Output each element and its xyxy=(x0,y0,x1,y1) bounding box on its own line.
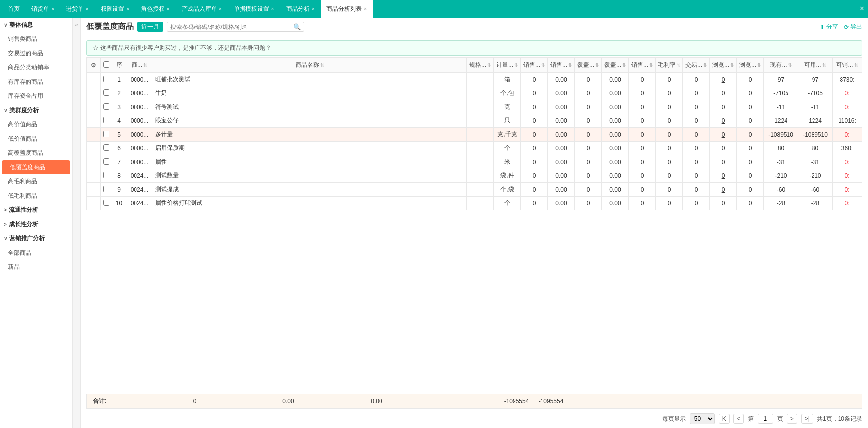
close-icon[interactable]: × xyxy=(85,6,88,12)
col-cover1[interactable]: 覆盖...⇅ xyxy=(575,58,602,73)
nav-tab-inventory[interactable]: 产成品入库单 × xyxy=(176,0,228,18)
settings-icon[interactable]: ⚙ xyxy=(91,62,96,69)
share-button[interactable]: ⬆ 分享 xyxy=(820,23,838,31)
period-button[interactable]: 近一月 xyxy=(137,22,163,32)
cell-browse1[interactable]: 0 xyxy=(710,100,737,114)
cell-trade: 0 xyxy=(683,73,710,86)
cell-checkbox[interactable] xyxy=(101,155,112,169)
sidebar-item-category-rate[interactable]: 商品分类动销率 xyxy=(0,60,72,75)
sidebar-section-marketing[interactable]: ∨ 营销推广分析 xyxy=(0,231,72,246)
col-code[interactable]: 商...⇅ xyxy=(126,58,153,73)
sidebar-item-stock-goods[interactable]: 有库存的商品 xyxy=(0,75,72,89)
cell-browse1[interactable]: 0 xyxy=(710,114,737,128)
nav-tab-permissions[interactable]: 权限设置 × xyxy=(95,0,135,18)
last-page-button[interactable]: >| xyxy=(801,414,813,424)
col-sales3[interactable]: 销售...⇅ xyxy=(629,58,656,73)
sidebar-item-high-margin[interactable]: 高毛利商品 xyxy=(0,174,72,189)
nav-tab-home[interactable]: 首页 xyxy=(2,0,26,18)
nav-tab-analysis[interactable]: 商品分析 × xyxy=(280,0,321,18)
col-browse2[interactable]: 浏览...⇅ xyxy=(737,58,764,73)
col-unit[interactable]: 计量...⇅ xyxy=(494,58,521,73)
close-icon[interactable]: × xyxy=(312,6,315,12)
cell-browse1[interactable]: 0 xyxy=(710,73,737,86)
col-trade[interactable]: 交易...⇅ xyxy=(683,58,710,73)
row-checkbox[interactable] xyxy=(103,144,109,151)
close-icon[interactable]: × xyxy=(219,6,222,12)
search-input[interactable] xyxy=(170,24,293,30)
close-icon[interactable]: × xyxy=(364,6,367,12)
cell-checkbox[interactable] xyxy=(101,100,112,114)
nav-tab-purchase[interactable]: 进货单 × xyxy=(60,0,94,18)
close-all-button[interactable]: × xyxy=(860,4,864,13)
sidebar-item-low-value[interactable]: 低价值商品 xyxy=(0,132,72,146)
col-saleable[interactable]: 可销...⇅ xyxy=(833,58,862,73)
next-page-button[interactable]: > xyxy=(787,414,797,424)
sidebar-item-high-coverage[interactable]: 高覆盖度商品 xyxy=(0,146,72,160)
col-browse1[interactable]: 浏览...⇅ xyxy=(710,58,737,73)
sidebar-item-sales-goods[interactable]: 销售类商品 xyxy=(0,32,72,46)
col-spec[interactable]: 规格...⇅ xyxy=(467,58,494,73)
nav-tab-template[interactable]: 单据模板设置 × xyxy=(228,0,280,18)
row-checkbox[interactable] xyxy=(103,200,109,206)
data-table-container[interactable]: ⚙ 序 商...⇅ 商品名称⇅ 规格...⇅ 计量...⇅ 销售...⇅ 销售.… xyxy=(86,57,862,394)
close-icon[interactable]: × xyxy=(271,6,274,12)
sidebar-item-new-goods[interactable]: 新品 xyxy=(0,260,72,274)
col-name[interactable]: 商品名称⇅ xyxy=(153,58,467,73)
prev-page-button[interactable]: < xyxy=(733,414,744,424)
cell-browse1[interactable]: 0 xyxy=(710,142,737,155)
col-cover2[interactable]: 覆盖...⇅ xyxy=(602,58,629,73)
sidebar-toggle-button[interactable]: « xyxy=(73,18,81,428)
first-page-button[interactable]: K xyxy=(719,414,730,424)
cell-browse1[interactable]: 0 xyxy=(710,169,737,183)
sidebar-item-traded-goods[interactable]: 交易过的商品 xyxy=(0,46,72,60)
select-all-checkbox[interactable] xyxy=(103,61,109,68)
cell-browse1[interactable]: 0 xyxy=(710,128,737,142)
col-sales1[interactable]: 销售...⇅ xyxy=(521,58,548,73)
sidebar-item-high-value[interactable]: 高价值商品 xyxy=(0,117,72,132)
cell-checkbox[interactable] xyxy=(101,73,112,86)
nav-tab-sales[interactable]: 销货单 × xyxy=(26,0,60,18)
page-number-input[interactable] xyxy=(758,414,773,424)
col-sales2[interactable]: 销售...⇅ xyxy=(548,58,575,73)
close-icon[interactable]: × xyxy=(126,6,129,12)
sidebar-item-low-coverage[interactable]: 低覆盖度商品 xyxy=(2,160,70,174)
row-checkbox[interactable] xyxy=(103,103,109,110)
sidebar-section-overview[interactable]: ∨ 整体信息 xyxy=(0,18,72,32)
sidebar-section-circulation[interactable]: > 流通性分析 xyxy=(0,203,72,217)
cell-checkbox[interactable] xyxy=(101,128,112,142)
col-margin[interactable]: 毛利率⇅ xyxy=(656,58,683,73)
col-checkbox[interactable] xyxy=(101,58,112,73)
nav-tab-analysis-list[interactable]: 商品分析列表 × xyxy=(321,0,373,18)
cell-checkbox[interactable] xyxy=(101,183,112,197)
row-checkbox[interactable] xyxy=(103,172,109,178)
cell-browse1[interactable]: 0 xyxy=(710,183,737,197)
row-checkbox[interactable] xyxy=(103,89,109,96)
cell-checkbox[interactable] xyxy=(101,142,112,155)
cell-checkbox[interactable] xyxy=(101,86,112,100)
row-checkbox[interactable] xyxy=(103,117,109,123)
sidebar-section-cluster[interactable]: ∨ 类群度分析 xyxy=(0,103,72,117)
export-button[interactable]: ⟳ 导出 xyxy=(844,23,862,31)
cell-checkbox[interactable] xyxy=(101,197,112,210)
cell-checkbox[interactable] xyxy=(101,169,112,183)
row-checkbox[interactable] xyxy=(103,76,109,82)
row-checkbox[interactable] xyxy=(103,158,109,165)
sidebar-section-growth[interactable]: > 成长性分析 xyxy=(0,217,72,231)
search-icon[interactable]: 🔍 xyxy=(293,23,301,30)
cell-browse1[interactable]: 0 xyxy=(710,197,737,210)
sidebar-item-all-goods[interactable]: 全部商品 xyxy=(0,246,72,260)
col-available[interactable]: 可用...⇅ xyxy=(798,58,833,73)
close-icon[interactable]: × xyxy=(166,6,169,12)
close-icon[interactable]: × xyxy=(51,6,54,12)
per-page-select[interactable]: 50 10 20 100 xyxy=(690,413,715,424)
col-current[interactable]: 现有...⇅ xyxy=(764,58,798,73)
cell-browse1[interactable]: 0 xyxy=(710,86,737,100)
cell-browse1[interactable]: 0 xyxy=(710,155,737,169)
col-settings[interactable]: ⚙ xyxy=(87,58,101,73)
row-checkbox[interactable] xyxy=(103,186,109,192)
sidebar-item-stock-capital[interactable]: 库存资金占用 xyxy=(0,89,72,103)
cell-checkbox[interactable] xyxy=(101,114,112,128)
nav-tab-roles[interactable]: 角色授权 × xyxy=(135,0,175,18)
row-checkbox[interactable] xyxy=(103,131,109,137)
sidebar-item-low-margin[interactable]: 低毛利商品 xyxy=(0,189,72,203)
